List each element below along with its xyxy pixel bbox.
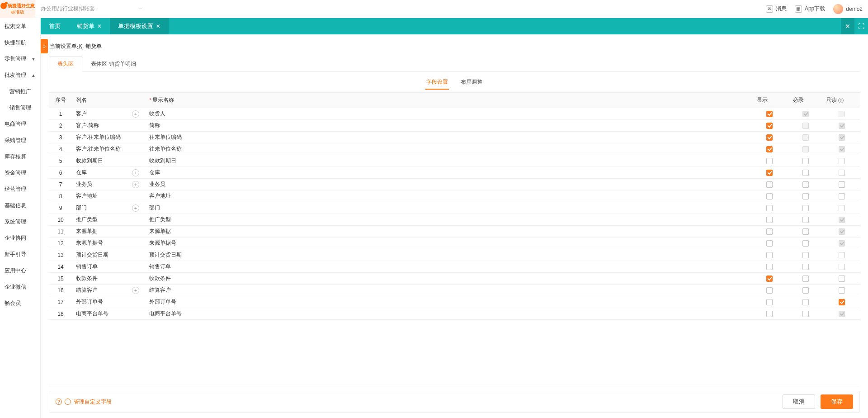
sidebar-item[interactable]: 零售管理▼ (0, 51, 40, 67)
checkbox-required[interactable] (802, 205, 809, 211)
checkbox-show[interactable] (766, 134, 773, 141)
checkbox-show[interactable] (766, 123, 773, 129)
checkbox-required[interactable] (802, 228, 809, 235)
tab[interactable]: 单据模板设置✕ (110, 18, 169, 34)
checkbox-readonly[interactable] (839, 193, 845, 200)
cell-dispname[interactable]: 收货人 (146, 108, 751, 119)
checkbox-required[interactable] (802, 240, 809, 247)
checkbox-required[interactable] (802, 276, 809, 282)
cell-dispname[interactable]: 简称 (146, 120, 751, 131)
add-icon[interactable]: + (132, 287, 139, 294)
cell-dispname[interactable]: 来源单据号 (146, 238, 751, 249)
tab[interactable]: 销货单✕ (69, 18, 110, 34)
checkbox-show[interactable] (766, 111, 773, 117)
sidebar-subitem[interactable]: 销售管理 (0, 100, 40, 116)
add-icon[interactable]: + (132, 169, 139, 176)
checkbox-readonly[interactable] (839, 264, 845, 270)
sidebar-item[interactable]: 企业微信 (0, 279, 40, 295)
save-button[interactable]: 保存 (821, 394, 853, 409)
checkbox-show[interactable] (766, 181, 773, 188)
sub-tab[interactable]: 布局调整 (460, 76, 483, 90)
sidebar-item[interactable]: 企业协同 (0, 230, 40, 246)
checkbox-readonly[interactable] (839, 299, 845, 305)
sidebar-item[interactable]: 基础信息 (0, 197, 40, 214)
cell-dispname[interactable]: 收款到期日 (146, 155, 751, 166)
cell-dispname[interactable]: 结算客户 (146, 285, 751, 296)
checkbox-readonly[interactable] (839, 252, 845, 258)
sidebar-item[interactable]: 电商管理 (0, 116, 40, 132)
checkbox-show[interactable] (766, 217, 773, 223)
sidebar-item[interactable]: 资金管理 (0, 165, 40, 181)
sidebar-item[interactable]: 系统管理 (0, 214, 40, 230)
sidebar-item[interactable]: 库存核算 (0, 148, 40, 165)
sidebar-subitem[interactable]: 营销推广 (0, 83, 40, 100)
add-icon[interactable]: + (132, 181, 139, 188)
sidebar-item[interactable]: 搜索菜单 (0, 18, 40, 34)
cell-dispname[interactable]: 往来单位编码 (146, 132, 751, 143)
checkbox-required[interactable] (802, 217, 809, 223)
sidebar-item[interactable]: 快捷导航 (0, 34, 40, 51)
cell-dispname[interactable]: 预计交货日期 (146, 249, 751, 261)
close-all-tabs-button[interactable]: ✕ (841, 18, 854, 34)
checkbox-required[interactable] (802, 311, 809, 317)
cell-dispname[interactable]: 推广类型 (146, 214, 751, 225)
cell-dispname[interactable]: 往来单位名称 (146, 143, 751, 155)
help-icon[interactable]: ? (838, 98, 844, 103)
cell-dispname[interactable]: 业务员 (146, 179, 751, 190)
checkbox-required[interactable] (802, 287, 809, 294)
message-button[interactable]: ✉ 消息 (766, 5, 787, 13)
sidebar-item[interactable]: 批发管理▲ (0, 67, 40, 83)
checkbox-show[interactable] (766, 170, 773, 176)
checkbox-readonly[interactable] (839, 181, 845, 188)
sidebar-item[interactable]: 应用中心 (0, 262, 40, 279)
zone-tab[interactable]: 表头区 (49, 56, 82, 72)
cell-dispname[interactable]: 客户地址 (146, 190, 751, 202)
checkbox-required[interactable] (802, 299, 809, 305)
checkbox-required[interactable] (802, 181, 809, 188)
checkbox-required[interactable] (802, 158, 809, 164)
avatar[interactable] (833, 4, 843, 14)
checkbox-show[interactable] (766, 264, 773, 270)
tab[interactable]: 首页 (41, 18, 69, 34)
close-icon[interactable]: ✕ (156, 23, 160, 29)
zone-tab[interactable]: 表体区-销货单明细 (82, 56, 145, 72)
cell-dispname[interactable]: 收款条件 (146, 273, 751, 284)
cell-dispname[interactable]: 来源单据 (146, 226, 751, 237)
checkbox-show[interactable] (766, 228, 773, 235)
sidebar-item[interactable]: 采购管理 (0, 132, 40, 148)
app-download-button[interactable]: ▦ App下载 (795, 5, 825, 13)
checkbox-readonly[interactable] (839, 158, 845, 164)
checkbox-show[interactable] (766, 311, 773, 317)
sub-tab[interactable]: 字段设置 (425, 76, 449, 90)
cell-dispname[interactable]: 仓库 (146, 167, 751, 178)
manage-custom-fields-link[interactable]: ? 管理自定义字段 (56, 398, 112, 406)
add-icon[interactable]: + (132, 110, 139, 118)
checkbox-show[interactable] (766, 158, 773, 164)
checkbox-show[interactable] (766, 240, 773, 247)
drawer-handle[interactable]: » (41, 39, 48, 53)
dataset-selector[interactable]: 办公用品行业模拟账套 ﹀ (41, 5, 143, 13)
checkbox-show[interactable] (766, 146, 773, 152)
close-icon[interactable]: ✕ (97, 23, 102, 29)
add-icon[interactable]: + (132, 204, 139, 212)
checkbox-required[interactable] (802, 264, 809, 270)
checkbox-required[interactable] (802, 170, 809, 176)
username[interactable]: demo2 (846, 6, 863, 12)
cell-dispname[interactable]: 电商平台单号 (146, 308, 751, 319)
checkbox-readonly[interactable] (839, 205, 845, 211)
checkbox-show[interactable] (766, 276, 773, 282)
sidebar-item[interactable]: 畅会员 (0, 295, 40, 311)
checkbox-show[interactable] (766, 299, 773, 305)
checkbox-readonly[interactable] (839, 170, 845, 176)
checkbox-show[interactable] (766, 287, 773, 294)
sidebar-item[interactable]: 经营管理 (0, 181, 40, 197)
checkbox-show[interactable] (766, 205, 773, 211)
checkbox-show[interactable] (766, 252, 773, 258)
cell-dispname[interactable]: 销售订单 (146, 261, 751, 272)
checkbox-required[interactable] (802, 193, 809, 200)
cancel-button[interactable]: 取消 (783, 394, 815, 409)
checkbox-required[interactable] (802, 252, 809, 258)
fullscreen-button[interactable]: ⛶ (854, 18, 868, 34)
table-body[interactable]: 1客户+收货人2客户.简称简称3客户.往来单位编码往来单位编码4客户.往来单位名… (49, 108, 860, 386)
checkbox-readonly[interactable] (839, 276, 845, 282)
